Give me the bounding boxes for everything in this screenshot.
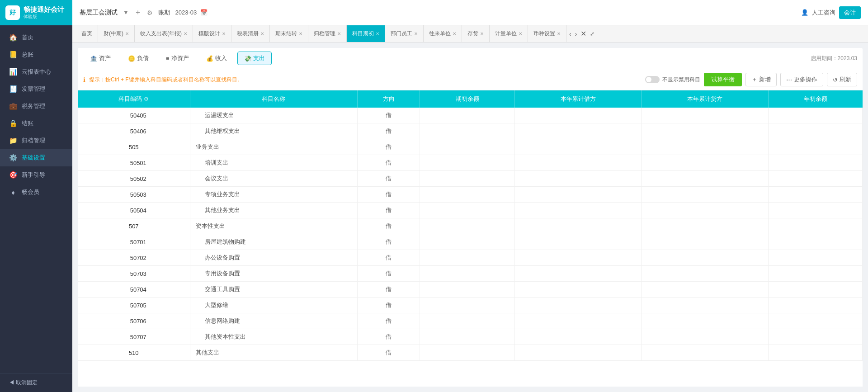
sidebar-item-guide[interactable]: 🎯 新手引导 bbox=[0, 166, 72, 184]
tab-income[interactable]: 收入支出表(年报) ✕ bbox=[135, 25, 193, 42]
tab-close-subject-period[interactable]: ✕ bbox=[376, 31, 379, 36]
tab-close-yearend[interactable]: ✕ bbox=[299, 31, 302, 36]
more-icon: ⋯ bbox=[786, 76, 792, 83]
tab-template[interactable]: 模版设计 ✕ bbox=[193, 25, 231, 42]
sidebar-item-settings[interactable]: ⚙️ 基础设置 bbox=[0, 149, 72, 166]
tab-close-taxclear[interactable]: ✕ bbox=[260, 31, 264, 36]
sidebar-nav: 🏠 首页 📒 总账 📊 云报表中心 🧾 发票管理 💼 税务管理 🔒 结账 📁 归… bbox=[0, 25, 72, 373]
col-header-year-opening: 年初余额 bbox=[768, 90, 862, 108]
sidebar-item-reports[interactable]: 📊 云报表中心 bbox=[0, 63, 72, 80]
table-row[interactable]: 50703专用设备购置借 bbox=[78, 266, 863, 282]
archive-icon: 📁 bbox=[9, 137, 17, 145]
toggle-row: 不显示禁用科目 bbox=[645, 76, 700, 84]
tab-home[interactable]: 首页 bbox=[76, 25, 98, 42]
sidebar-item-invoice[interactable]: 🧾 发票管理 bbox=[0, 80, 72, 98]
col-header-ytd-credit: 本年累计贷方 bbox=[642, 90, 768, 108]
tab-close-currency[interactable]: ✕ bbox=[557, 31, 561, 36]
sidebar-item-tax[interactable]: 💼 税务管理 bbox=[0, 98, 72, 115]
income-icon: 💰 bbox=[206, 55, 213, 62]
refresh-icon: ↺ bbox=[833, 76, 838, 83]
net-asset-icon: ≡ bbox=[166, 55, 170, 62]
col-header-opening: 期初余额 bbox=[420, 90, 515, 108]
table-row[interactable]: 50502会议支出借 bbox=[78, 171, 863, 187]
filter-tab-liability[interactable]: 🪙 负债 bbox=[121, 52, 156, 65]
tab-interim[interactable]: 财(中期) ✕ bbox=[98, 25, 135, 42]
ledger-icon: 📒 bbox=[9, 51, 17, 59]
table-row[interactable]: 510其他支出借 bbox=[78, 345, 863, 361]
content-area: 🏦 资产 🪙 负债 ≡ 净资产 💰 收入 💸 支出 bbox=[72, 43, 868, 392]
refresh-btn[interactable]: ↺ 刷新 bbox=[827, 73, 857, 86]
tab-close-interim[interactable]: ✕ bbox=[125, 31, 129, 36]
sidebar-item-member[interactable]: ♦ 畅会员 bbox=[0, 184, 72, 201]
toolbar-right: 不显示禁用科目 试算平衡 ＋ 新增 ⋯ 更多操作 ↺ 刷新 bbox=[645, 73, 857, 86]
tab-close-dept[interactable]: ✕ bbox=[414, 31, 418, 36]
user-role-btn[interactable]: 会计 bbox=[839, 6, 861, 19]
tab-measure[interactable]: 计量单位 ✕ bbox=[490, 25, 528, 42]
disable-toggle[interactable] bbox=[645, 76, 660, 83]
table-row[interactable]: 50702办公设备购置借 bbox=[78, 250, 863, 266]
tab-yearend[interactable]: 期末结转 ✕ bbox=[270, 25, 308, 42]
tab-expand-btn[interactable]: ⤢ bbox=[589, 30, 595, 38]
balance-btn[interactable]: 试算平衡 bbox=[704, 73, 742, 86]
table-row[interactable]: 50504其他业务支出借 bbox=[78, 203, 863, 218]
tab-subject-period[interactable]: 科目期初 ✕ bbox=[347, 25, 385, 42]
support-label[interactable]: 人工咨询 bbox=[812, 9, 835, 17]
tab-close-unit[interactable]: ✕ bbox=[453, 31, 456, 36]
table-row[interactable]: 50706信息网络购建借 bbox=[78, 313, 863, 329]
tax-icon: 💼 bbox=[9, 102, 17, 110]
support-icon: 👤 bbox=[801, 9, 808, 16]
tab-close-income[interactable]: ✕ bbox=[184, 31, 187, 36]
sidebar-item-close[interactable]: 🔒 结账 bbox=[0, 115, 72, 132]
sidebar-item-ledger[interactable]: 📒 总账 bbox=[0, 46, 72, 63]
tab-prev-btn[interactable]: ‹ bbox=[568, 29, 572, 38]
calendar-icon[interactable]: 📅 bbox=[200, 9, 208, 16]
tab-close-template[interactable]: ✕ bbox=[222, 31, 226, 36]
tab-currency[interactable]: 币种设置 ✕ bbox=[528, 25, 566, 42]
table-row[interactable]: 505业务支出借 bbox=[78, 139, 863, 155]
tab-unit[interactable]: 往来单位 ✕ bbox=[424, 25, 462, 42]
dropdown-icon[interactable]: ▼ bbox=[123, 9, 129, 16]
filter-tab-net-asset[interactable]: ≡ 净资产 bbox=[159, 52, 196, 65]
tab-taxclear[interactable]: 税表清册 ✕ bbox=[231, 25, 270, 42]
add-icon: ＋ bbox=[751, 76, 757, 84]
add-btn[interactable]: ＋ 新增 bbox=[745, 73, 777, 86]
tab-close-measure[interactable]: ✕ bbox=[519, 31, 522, 36]
table-row[interactable]: 50704交通工具购置借 bbox=[78, 282, 863, 298]
period-tip: 启用期间：2023.03 bbox=[811, 55, 857, 62]
sidebar-item-home[interactable]: 🏠 首页 bbox=[0, 29, 72, 46]
table-row[interactable]: 50503专项业务支出借 bbox=[78, 187, 863, 203]
tab-next-btn[interactable]: › bbox=[574, 29, 578, 38]
sidebar-collapse-btn[interactable]: ◀ 取消固定 bbox=[0, 373, 72, 392]
tab-close-all-btn[interactable]: ✕ bbox=[580, 28, 587, 39]
warning-icon: ℹ bbox=[83, 76, 85, 83]
account-title: 基层工会测试 bbox=[80, 9, 118, 17]
filter-tab-income[interactable]: 💰 收入 bbox=[199, 52, 234, 65]
tab-close-archive[interactable]: ✕ bbox=[337, 31, 341, 36]
col-header-code: 科目编码 ⚙ bbox=[78, 90, 190, 108]
toolbar: ℹ 提示：按Ctrl + F键并输入科目编码或者科目名称可以查找科目。 不显示禁… bbox=[78, 69, 863, 90]
tab-archive[interactable]: 归档管理 ✕ bbox=[308, 25, 347, 42]
tab-close-inventory[interactable]: ✕ bbox=[480, 31, 484, 36]
filter-tab-asset[interactable]: 🏦 资产 bbox=[83, 52, 118, 65]
tab-bar: 首页 财(中期) ✕ 收入支出表(年报) ✕ 模版设计 ✕ 税表清册 ✕ 期末结… bbox=[72, 25, 868, 43]
more-btn[interactable]: ⋯ 更多操作 bbox=[780, 73, 823, 86]
table-row[interactable]: 50701房屋建筑物购建借 bbox=[78, 234, 863, 250]
table-row[interactable]: 50705大型修缮借 bbox=[78, 298, 863, 313]
table-row[interactable]: 50707其他资本性支出借 bbox=[78, 329, 863, 345]
filter-tab-expenditure[interactable]: 💸 支出 bbox=[237, 52, 272, 65]
tab-navigation: ‹ › ✕ ⤢ bbox=[568, 28, 595, 39]
tab-dept[interactable]: 部门员工 ✕ bbox=[385, 25, 424, 42]
col-settings-icon[interactable]: ⚙ bbox=[144, 96, 149, 102]
invoice-icon: 🧾 bbox=[9, 85, 17, 93]
sidebar-item-archive[interactable]: 📁 归档管理 bbox=[0, 132, 72, 149]
table-row[interactable]: 50501培训支出借 bbox=[78, 155, 863, 171]
data-table: 科目编码 ⚙ 科目名称 方向 期初余额 本年累计借方 本年累计贷方 年初余额 5… bbox=[78, 90, 863, 361]
settings-btn[interactable]: ⚙ bbox=[147, 9, 153, 16]
app-logo-icon: 好 bbox=[5, 5, 20, 20]
main-area: 基层工会测试 ▼ ＋ ⚙ 账期 2023-03 📅 👤 人工咨询 会计 首页 财… bbox=[72, 0, 868, 392]
table-row[interactable]: 507资本性支出借 bbox=[78, 218, 863, 234]
add-account-btn[interactable]: ＋ bbox=[134, 8, 142, 17]
table-row[interactable]: 50405运温暖支出借 bbox=[78, 108, 863, 123]
table-row[interactable]: 50406其他维权支出借 bbox=[78, 123, 863, 139]
tab-inventory[interactable]: 存货 ✕ bbox=[462, 25, 490, 42]
